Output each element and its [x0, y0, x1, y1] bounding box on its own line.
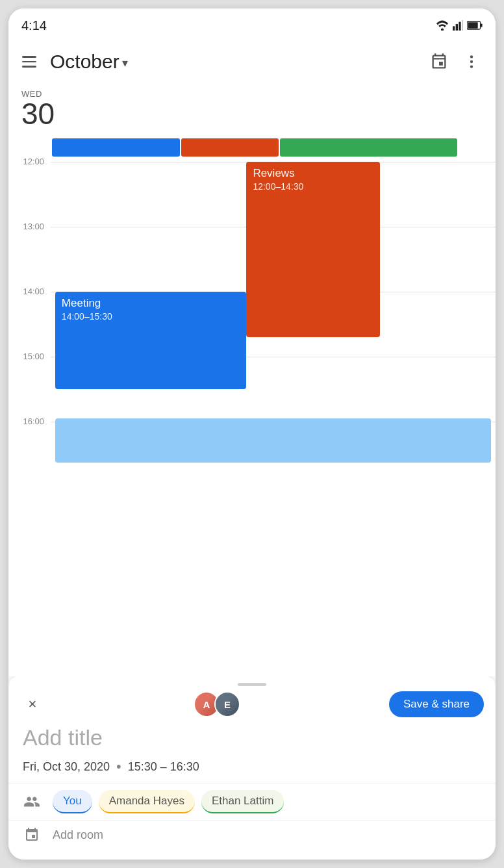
top-bar-actions	[425, 48, 485, 75]
svg-rect-6	[481, 23, 483, 27]
calendar-today-icon[interactable]	[425, 48, 453, 75]
attendee-chips: You Amanda Hayes Ethan Lattim	[53, 790, 284, 813]
sheet-datetime: Fri, Oct 30, 2020 • 15:30 – 16:30	[8, 756, 496, 783]
all-day-event-3[interactable]	[280, 138, 457, 157]
svg-point-9	[470, 60, 473, 63]
attendees-row: You Amanda Hayes Ethan Lattim	[8, 783, 496, 820]
add-room-label: Add room	[53, 828, 103, 842]
event-time-range: 15:30 – 16:30	[128, 760, 199, 774]
calendar-area: 12:00 13:00 14:00 15:00 16:00 Reviews 12…	[8, 136, 496, 676]
phone-frame: 4:14	[8, 8, 496, 860]
day-of-week: WED	[21, 89, 496, 99]
room-icon	[20, 827, 44, 843]
menu-icon[interactable]	[15, 47, 44, 76]
drag-handle	[8, 676, 496, 689]
top-bar: October ▾	[8, 40, 496, 84]
more-vertical-icon[interactable]	[458, 48, 485, 75]
day-number: 30	[21, 99, 496, 129]
event-reviews-title: Reviews	[253, 167, 373, 180]
room-row[interactable]: Add room	[8, 820, 496, 849]
save-share-button[interactable]: Save & share	[389, 691, 484, 717]
wifi-icon	[436, 20, 449, 31]
bottom-sheet: × A E Save & share Add title Fri, Oct 30…	[8, 676, 496, 860]
chip-you[interactable]: You	[53, 790, 92, 813]
chip-amanda[interactable]: Amanda Hayes	[99, 790, 195, 813]
status-bar: 4:14	[8, 8, 496, 40]
time-13: 13:00	[8, 227, 51, 292]
avatars: A E	[194, 691, 240, 717]
close-button[interactable]: ×	[20, 692, 45, 717]
events-area: Reviews 12:00–14:30 Meeting 14:00–15:30	[51, 162, 496, 676]
signal-icon	[453, 20, 463, 31]
time-14: 14:00	[8, 292, 51, 357]
event-meeting-time: 14:00–15:30	[62, 311, 240, 322]
svg-point-0	[441, 29, 444, 31]
drag-pill	[238, 683, 266, 686]
svg-rect-7	[468, 22, 477, 28]
all-day-event-1[interactable]	[52, 138, 180, 157]
dot-separator: •	[116, 758, 121, 775]
event-blue-wide[interactable]	[55, 418, 491, 463]
event-reviews[interactable]: Reviews 12:00–14:30	[246, 162, 380, 337]
all-day-event-2[interactable]	[181, 138, 279, 157]
chip-ethan[interactable]: Ethan Lattim	[201, 790, 284, 813]
sheet-top-row: × A E Save & share	[8, 689, 496, 722]
svg-point-10	[470, 65, 473, 68]
day-header: WED 30	[8, 84, 496, 136]
chevron-down-icon: ▾	[122, 56, 128, 70]
battery-icon	[467, 21, 483, 30]
event-reviews-time: 12:00–14:30	[253, 181, 373, 192]
avatar-2: E	[214, 691, 240, 717]
time-16: 16:00	[8, 422, 51, 487]
status-icons	[436, 20, 483, 31]
time-labels: 12:00 13:00 14:00 15:00 16:00	[8, 162, 51, 676]
month-label: October	[50, 51, 120, 73]
month-title[interactable]: October ▾	[50, 51, 425, 73]
event-date: Fri, Oct 30, 2020	[23, 760, 110, 774]
svg-rect-1	[453, 26, 455, 31]
people-icon	[20, 793, 44, 810]
time-12: 12:00	[8, 162, 51, 227]
event-meeting[interactable]: Meeting 14:00–15:30	[55, 292, 247, 389]
add-title-placeholder[interactable]: Add title	[23, 725, 481, 750]
svg-rect-3	[459, 22, 460, 31]
svg-point-8	[470, 55, 473, 58]
title-input-area[interactable]: Add title	[8, 722, 496, 756]
svg-rect-4	[462, 20, 463, 31]
time-15: 15:00	[8, 357, 51, 422]
svg-rect-2	[456, 24, 458, 31]
event-meeting-title: Meeting	[62, 297, 240, 310]
status-time: 4:14	[21, 18, 47, 33]
